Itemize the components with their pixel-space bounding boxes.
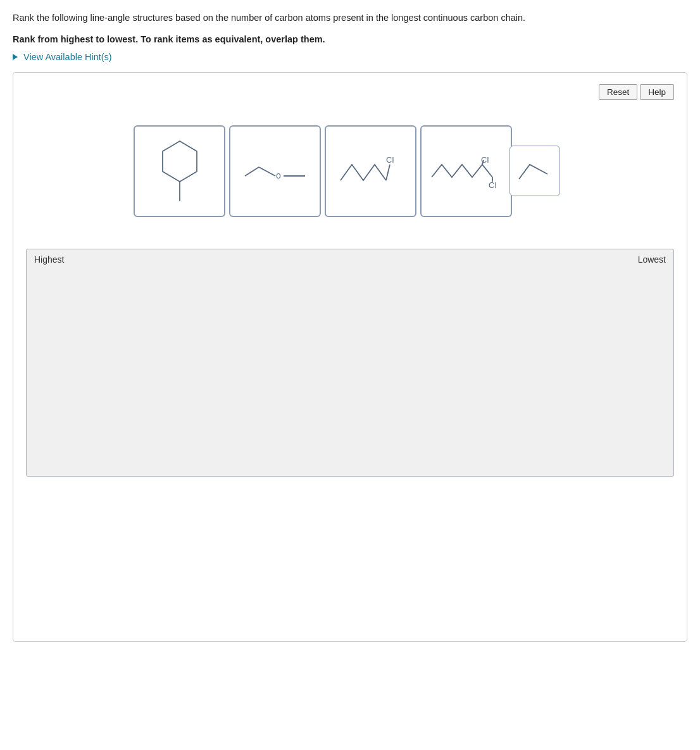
molecule-card-3[interactable]: Cl [325,125,416,217]
highest-label: Highest [34,254,64,265]
molecule-card-2[interactable]: o [229,125,321,217]
ranking-labels: Highest Lowest [34,254,666,265]
hint-link-label: View Available Hint(s) [23,52,112,62]
molecule-card-1[interactable] [134,125,225,217]
instruction-text: Rank the following line-angle structures… [13,11,687,25]
molecule-card-4[interactable]: Cl Cl [420,125,512,217]
molecule-svg-5 [516,155,554,187]
hint-arrow-icon [13,54,18,60]
main-container: Reset Help o [13,72,687,642]
molecule-svg-4: Cl Cl [425,142,508,199]
molecule-card-5[interactable] [509,146,560,196]
molecule-svg-1 [151,135,208,208]
hint-link[interactable]: View Available Hint(s) [13,52,687,62]
toolbar: Reset Help [26,84,674,100]
svg-line-7 [386,165,390,180]
molecule-svg-3: Cl [334,142,407,199]
svg-line-3 [259,167,275,176]
help-button[interactable]: Help [640,84,674,100]
ranking-area[interactable]: Highest Lowest [26,249,674,477]
svg-marker-0 [163,141,197,182]
molecules-area: o Cl Cl [26,125,674,217]
svg-text:o: o [276,170,281,180]
lowest-label: Lowest [638,254,666,265]
svg-text:Cl: Cl [386,155,394,165]
rank-instruction: Rank from highest to lowest. To rank ite… [13,34,687,44]
svg-text:Cl: Cl [489,180,496,190]
molecule-svg-2: o [239,152,311,190]
svg-line-2 [245,167,259,176]
reset-button[interactable]: Reset [599,84,637,100]
